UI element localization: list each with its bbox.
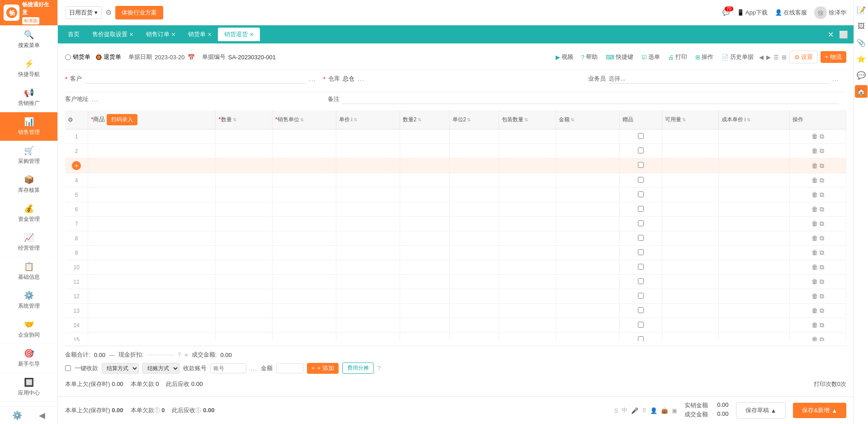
row-qty2-3[interactable] xyxy=(400,158,449,173)
nav-prev-icon[interactable]: ◀ xyxy=(759,54,764,61)
print-btn[interactable]: 🖨打印 xyxy=(665,52,690,62)
tab-home[interactable]: 首页 xyxy=(61,28,86,41)
qty-sort-icon[interactable]: ⇅ xyxy=(233,117,236,122)
unit-sort-icon[interactable]: ⇅ xyxy=(300,117,304,122)
row-amount-1[interactable] xyxy=(556,129,619,144)
select-btn[interactable]: ☑选单 xyxy=(639,52,663,62)
sidebar-item-finance[interactable]: 💰 资金管理 xyxy=(0,199,57,228)
row-delete-2[interactable]: 🗑 xyxy=(811,147,818,155)
row-qty-1[interactable] xyxy=(216,129,272,144)
tab-sales-bill-close[interactable]: ✕ xyxy=(208,32,212,38)
calc-help-icon[interactable]: ? xyxy=(178,352,181,358)
radio-sales-bill[interactable]: 销货单 xyxy=(65,53,90,61)
row-copy-8[interactable]: ⧉ xyxy=(820,234,824,242)
row-copy-4[interactable]: ⧉ xyxy=(820,176,824,184)
row-copy-2[interactable]: ⧉ xyxy=(820,147,824,155)
online-service-btn[interactable]: 👤 在线客服 xyxy=(775,9,807,17)
row-qty2-2[interactable] xyxy=(400,144,449,158)
row-avail-3[interactable] xyxy=(662,158,718,173)
tab-sales-order[interactable]: 销售订单 ✕ xyxy=(140,28,182,41)
row-delete-4[interactable]: 🗑 xyxy=(811,176,818,184)
row-copy-14[interactable]: ⧉ xyxy=(820,321,824,329)
product-input-3[interactable] xyxy=(91,162,212,169)
user-menu[interactable]: 徐 徐泽华 xyxy=(814,6,846,19)
qty2-sort-icon[interactable]: ⇅ xyxy=(418,117,421,122)
rp-icon-6[interactable]: 🏠 xyxy=(855,85,868,98)
trial-btn[interactable]: 体验行业方案 xyxy=(115,6,163,19)
sidebar-item-system[interactable]: ⚙️ 系统管理 xyxy=(0,286,57,315)
row-unit-1[interactable] xyxy=(272,129,336,144)
row-copy-12[interactable]: ⧉ xyxy=(820,292,824,300)
row-copy-10[interactable]: ⧉ xyxy=(820,263,824,271)
sidebar-item-shortcuts[interactable]: ⚡ 快捷导航 xyxy=(0,54,57,83)
operations-btn[interactable]: ⊞操作 xyxy=(693,52,716,62)
save-draft-btn[interactable]: 保存草稿 ▲ xyxy=(736,402,786,419)
discount-input[interactable] xyxy=(147,355,175,355)
row-avail-2[interactable] xyxy=(662,144,718,158)
row-delete-13[interactable]: 🗑 xyxy=(811,307,818,314)
tab-sales-return[interactable]: 销货退货 ✕ xyxy=(218,28,260,41)
row-delete-6[interactable]: 🗑 xyxy=(811,205,818,213)
price-info-icon[interactable]: ℹ xyxy=(351,117,353,122)
row-cost-2[interactable] xyxy=(718,144,789,158)
row-delete-11[interactable]: 🗑 xyxy=(811,278,818,286)
rp-icon-3[interactable]: 📎 xyxy=(855,36,868,49)
price-sort-icon[interactable]: ⇅ xyxy=(354,117,357,122)
video-btn[interactable]: ▶视频 xyxy=(553,52,576,62)
sidebar-item-basic-info[interactable]: 📋 基础信息 xyxy=(0,257,57,286)
row-delete-5[interactable]: 🗑 xyxy=(811,191,818,199)
cost-info-icon[interactable]: ℹ xyxy=(744,117,746,122)
tabbar-close-all[interactable]: ✕ xyxy=(826,29,835,40)
row-gift-2[interactable] xyxy=(619,144,662,158)
save-new-btn[interactable]: 保存&新增 ▲ xyxy=(793,403,846,418)
rp-icon-2[interactable]: 🖼 xyxy=(855,20,868,33)
row-unit2-2[interactable] xyxy=(449,144,499,158)
sidebar-settings-icon[interactable]: ⚙️ xyxy=(12,410,22,420)
tabbar-maximize[interactable]: ⬜ xyxy=(837,29,850,40)
row-price-2[interactable] xyxy=(336,144,400,158)
pack-sort-icon[interactable]: ⇅ xyxy=(524,117,528,122)
account-input[interactable] xyxy=(210,363,246,373)
sidebar-item-marketing[interactable]: 📢 营销推广 xyxy=(0,83,57,112)
summary-method-select[interactable]: 结账方式 xyxy=(142,363,179,374)
row-avail-1[interactable] xyxy=(662,129,718,144)
customer-select-btn[interactable]: … xyxy=(309,75,316,83)
row-product-1[interactable] xyxy=(88,129,216,144)
remark-input[interactable] xyxy=(342,94,839,104)
rp-icon-4[interactable]: ⭐ xyxy=(855,52,868,65)
rp-icon-1[interactable]: 📝 xyxy=(855,4,868,16)
row-delete-7[interactable]: 🗑 xyxy=(811,220,818,228)
sidebar-item-operations[interactable]: 📈 经营管理 xyxy=(0,228,57,257)
row-unit-2[interactable] xyxy=(272,144,336,158)
row-amount-3[interactable] xyxy=(556,158,619,173)
row-unit2-3[interactable] xyxy=(449,158,499,173)
split-help-icon[interactable]: ? xyxy=(377,365,381,372)
sidebar-item-inventory[interactable]: 📦 库存核算 xyxy=(0,170,57,199)
customer-input[interactable] xyxy=(85,74,306,84)
account-select-btn[interactable]: … xyxy=(250,364,257,372)
nav-next-icon[interactable]: ▶ xyxy=(766,54,771,61)
row-gift-1[interactable] xyxy=(619,129,662,144)
cost-split-btn[interactable]: 费用分摊 xyxy=(342,362,374,374)
row-product-3[interactable] xyxy=(88,158,216,173)
topbar-gear-icon[interactable]: ⚙ xyxy=(105,8,112,17)
sidebar-item-weixin[interactable]: 💬 企业微信 xyxy=(0,402,57,406)
sidebar-collapse-icon[interactable]: ◀ xyxy=(39,410,45,420)
row-price-3[interactable] xyxy=(336,158,400,173)
app-download-btn[interactable]: 📱 App下载 xyxy=(737,9,768,17)
sidebar-item-apps[interactable]: 🔲 应用中心 xyxy=(0,373,57,402)
address-select-btn[interactable]: … xyxy=(91,95,99,103)
message-btn[interactable]: 💬 70 xyxy=(722,9,730,16)
row-copy-1[interactable]: ⧉ xyxy=(820,133,824,140)
row-delete-8[interactable]: 🗑 xyxy=(811,234,818,242)
row-pack-3[interactable] xyxy=(499,158,556,173)
row-unit2-1[interactable] xyxy=(449,129,499,144)
tab-price-settings[interactable]: 售价提取设置 ✕ xyxy=(86,28,140,41)
tab-sales-order-close[interactable]: ✕ xyxy=(171,32,175,38)
row-copy-13[interactable]: ⧉ xyxy=(820,307,824,314)
row-delete-9[interactable]: 🗑 xyxy=(811,249,818,257)
salesperson-input[interactable] xyxy=(609,74,829,84)
help-btn[interactable]: ?帮助 xyxy=(579,52,600,62)
grid-view-icon[interactable]: ⊞ xyxy=(782,54,787,61)
warehouse-select-btn[interactable]: … xyxy=(357,75,364,83)
